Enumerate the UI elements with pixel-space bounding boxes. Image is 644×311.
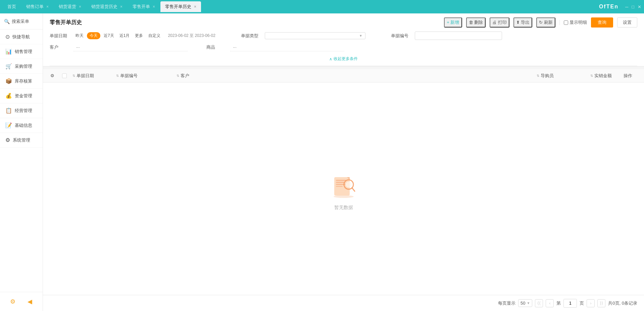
- next-page-button[interactable]: ›: [587, 299, 595, 307]
- sidebar-item-label: 快捷导航: [12, 34, 30, 40]
- page-unit: 页: [580, 300, 584, 306]
- chevron-down-icon: ▼: [359, 34, 362, 38]
- sidebar-item-finance[interactable]: 💰资金管理: [0, 89, 43, 103]
- select-all-checkbox[interactable]: [62, 73, 67, 78]
- date-btn-1month[interactable]: 近1月: [117, 32, 132, 39]
- customer-label: 客户: [50, 44, 68, 50]
- purchase-icon: 🛒: [5, 63, 12, 69]
- export-button[interactable]: ⬆ 导出: [513, 17, 533, 28]
- prev-page-icon: ‹: [549, 301, 550, 306]
- doc-type-select[interactable]: ▼: [265, 32, 365, 39]
- empty-text: 暂无数据: [334, 205, 353, 211]
- date-range-display: 2023-06-02 至 2023-06-02: [168, 33, 215, 39]
- tab-销售订单[interactable]: 销售订单×: [21, 1, 53, 12]
- settings-button-toolbar[interactable]: 设置: [617, 17, 637, 28]
- main-content: 零售开单历史 + 新增 🗑 删除 🖨 打印 ⬆ 导出 ↻ 刷新 显示明细 查询 …: [43, 13, 644, 311]
- tab-close-icon[interactable]: ×: [46, 4, 49, 9]
- customer-input[interactable]: [73, 43, 188, 51]
- close-button[interactable]: ✕: [638, 4, 641, 9]
- operation-icon: 📋: [5, 107, 12, 114]
- toolbar-actions: + 新增 🗑 删除 🖨 打印 ⬆ 导出 ↻ 刷新 显示明细 查询 设置: [444, 17, 637, 28]
- first-page-button[interactable]: ⟨⟨: [535, 299, 543, 307]
- svg-line-8: [352, 188, 355, 191]
- date-btn-custom[interactable]: 自定义: [146, 32, 162, 39]
- sidebar-item-inventory[interactable]: 📦库存核算: [0, 74, 43, 89]
- th-operation: 操作: [614, 73, 641, 79]
- sidebar-item-base[interactable]: 📝基础信息: [0, 118, 43, 133]
- sidebar-item-purchase[interactable]: 🛒采购管理: [0, 59, 43, 74]
- tab-close-icon[interactable]: ×: [153, 4, 155, 9]
- date-label: 单据日期: [50, 33, 68, 39]
- date-btn-today[interactable]: 今天: [87, 32, 100, 39]
- chevron-up-icon: ∧: [329, 57, 332, 61]
- th-setting[interactable]: ⚙: [46, 73, 59, 78]
- maximize-button[interactable]: □: [632, 4, 634, 9]
- finance-icon: 💰: [5, 93, 12, 99]
- doc-no-label: 单据编号: [391, 33, 409, 39]
- chevron-left-icon: ◀: [28, 298, 32, 305]
- sidebar-item-sales[interactable]: 📊销售管理: [0, 44, 43, 59]
- sidebar-item-operation[interactable]: 📋经营管理: [0, 103, 43, 118]
- add-button[interactable]: + 新增: [444, 17, 462, 28]
- print-button[interactable]: 🖨 打印: [490, 17, 509, 28]
- sidebar-item-quick-nav[interactable]: ⊙快捷导航: [0, 30, 43, 44]
- sidebar-item-system[interactable]: ⚙系统管理: [0, 133, 43, 148]
- collapse-bar[interactable]: ∧ 收起更多条件: [50, 55, 637, 62]
- per-page-value: 50: [521, 301, 525, 306]
- base-icon: 📝: [5, 122, 12, 128]
- display-detail-text: 显示明细: [569, 19, 587, 25]
- settings-button[interactable]: ⚙: [7, 296, 18, 307]
- tab-close-icon[interactable]: ×: [120, 4, 122, 9]
- date-btn-yesterday[interactable]: 昨天: [73, 32, 86, 39]
- th-salesperson: ⇅ 导购员: [534, 73, 574, 79]
- refresh-button[interactable]: ↻ 刷新: [536, 17, 555, 28]
- sort-icon[interactable]: ⇅: [72, 74, 75, 77]
- minimize-button[interactable]: ─: [625, 4, 628, 9]
- svg-point-7: [346, 182, 352, 188]
- per-page-select[interactable]: 50 ▼: [518, 299, 532, 307]
- table-area: ⚙ ⇅ 单据日期 ⇅ 单据编号 ⇅ 客户 ⇅: [43, 69, 644, 295]
- delete-button[interactable]: 🗑 删除: [466, 17, 486, 28]
- display-detail-checkbox[interactable]: [564, 20, 568, 25]
- th-checkbox[interactable]: [59, 73, 70, 78]
- tab-零售开单[interactable]: 零售开单×: [128, 1, 160, 12]
- tab-首页[interactable]: 首页: [3, 1, 21, 12]
- last-page-button[interactable]: ⟩⟩: [597, 299, 605, 307]
- th-amount: ⇅ 实销金额: [574, 73, 614, 79]
- sort-icon[interactable]: ⇅: [116, 74, 119, 77]
- tab-close-icon[interactable]: ×: [194, 4, 196, 9]
- date-btn-7days[interactable]: 近7天: [102, 32, 116, 39]
- doc-no-input[interactable]: [415, 32, 502, 40]
- sort-icon[interactable]: ⇅: [590, 74, 593, 77]
- display-detail-label[interactable]: 显示明细: [564, 19, 587, 25]
- goods-input[interactable]: [230, 43, 344, 51]
- system-icon: ⚙: [5, 137, 10, 143]
- tab-销货退货历史[interactable]: 销货退货历史×: [87, 1, 127, 12]
- gear-icon: ⚙: [50, 73, 54, 78]
- th-salesperson-label: 导购员: [541, 73, 554, 79]
- sidebar-search[interactable]: 🔍 搜索采单: [0, 13, 43, 30]
- tab-销货退货[interactable]: 销货退货×: [54, 1, 86, 12]
- sidebar-nav: ⊙快捷导航📊销售管理🛒采购管理📦库存核算💰资金管理📋经营管理📝基础信息⚙系统管理: [0, 30, 43, 148]
- tab-label: 销货退货历史: [91, 4, 117, 10]
- svg-rect-3: [336, 182, 344, 183]
- th-customer: ⇅ 客户: [174, 73, 534, 79]
- page-number-input[interactable]: [563, 299, 577, 308]
- tab-label: 零售开单历史: [165, 4, 191, 10]
- table-header: ⚙ ⇅ 单据日期 ⇅ 单据编号 ⇅ 客户 ⇅: [43, 69, 644, 83]
- total-info: 共0页, 0条记录: [608, 300, 637, 306]
- sort-icon[interactable]: ⇅: [177, 74, 179, 77]
- prev-page-button[interactable]: ‹: [546, 299, 554, 307]
- first-page-icon: ⟨⟨: [537, 301, 541, 306]
- tab-label: 零售开单: [133, 4, 150, 10]
- collapse-sidebar-button[interactable]: ◀: [24, 296, 35, 307]
- query-button[interactable]: 查询: [591, 17, 613, 28]
- svg-point-0: [334, 195, 354, 198]
- tab-close-icon[interactable]: ×: [79, 4, 81, 9]
- sidebar-item-label: 销售管理: [15, 49, 32, 55]
- tab-零售开单历史[interactable]: 零售开单历史×: [160, 1, 201, 12]
- next-page-icon: ›: [590, 301, 591, 306]
- th-customer-label: 客户: [181, 73, 189, 79]
- date-btn-more[interactable]: 更多: [133, 32, 145, 39]
- sort-icon[interactable]: ⇅: [537, 74, 539, 77]
